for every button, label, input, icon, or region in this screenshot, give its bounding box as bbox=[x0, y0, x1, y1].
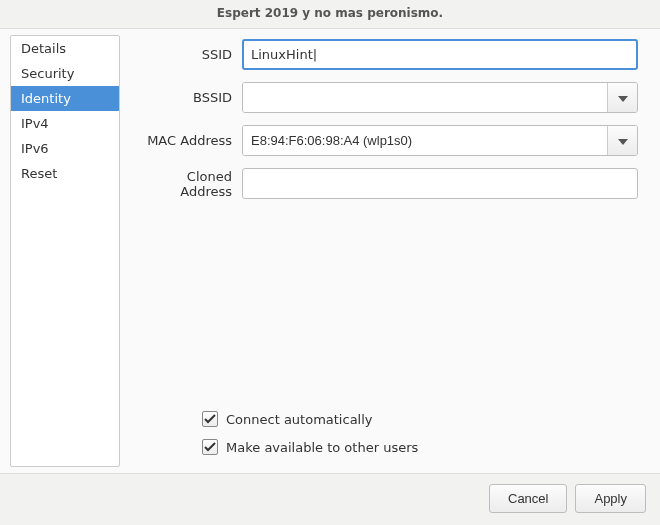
connect-auto-label: Connect automatically bbox=[226, 412, 373, 427]
checkbox-area: Connect automatically Make available to … bbox=[132, 405, 638, 461]
sidebar-item-identity[interactable]: Identity bbox=[11, 86, 119, 111]
cancel-button[interactable]: Cancel bbox=[489, 484, 567, 513]
sidebar-item-details[interactable]: Details bbox=[11, 36, 119, 61]
sidebar: Details Security Identity IPv4 IPv6 Rese… bbox=[10, 35, 120, 467]
sidebar-item-ipv6[interactable]: IPv6 bbox=[11, 136, 119, 161]
main-panel: SSID LinuxHint| BSSID MAC Address bbox=[120, 29, 660, 473]
chevron-down-icon bbox=[618, 133, 628, 148]
form-area: SSID LinuxHint| BSSID MAC Address bbox=[132, 39, 638, 473]
mac-label: MAC Address bbox=[132, 133, 242, 148]
bssid-input[interactable] bbox=[243, 83, 607, 112]
button-bar: Cancel Apply bbox=[0, 473, 660, 525]
mac-dropdown-button[interactable] bbox=[607, 126, 637, 155]
bssid-label: BSSID bbox=[132, 90, 242, 105]
sidebar-item-reset[interactable]: Reset bbox=[11, 161, 119, 186]
sidebar-item-ipv4[interactable]: IPv4 bbox=[11, 111, 119, 136]
ssid-value: LinuxHint bbox=[251, 47, 313, 62]
ssid-label: SSID bbox=[132, 47, 242, 62]
content-area: Details Security Identity IPv4 IPv6 Rese… bbox=[0, 28, 660, 473]
connect-auto-row[interactable]: Connect automatically bbox=[132, 405, 638, 433]
mac-combo[interactable] bbox=[242, 125, 638, 156]
check-icon bbox=[204, 440, 216, 455]
share-users-label: Make available to other users bbox=[226, 440, 418, 455]
connect-auto-checkbox[interactable] bbox=[202, 411, 218, 427]
apply-button[interactable]: Apply bbox=[575, 484, 646, 513]
ssid-row: SSID LinuxHint| bbox=[132, 39, 638, 70]
text-cursor: | bbox=[313, 47, 317, 62]
check-icon bbox=[204, 412, 216, 427]
share-users-checkbox[interactable] bbox=[202, 439, 218, 455]
cloned-input[interactable] bbox=[242, 168, 638, 199]
cloned-row: Cloned Address bbox=[132, 168, 638, 199]
cloned-label: Cloned Address bbox=[132, 169, 242, 199]
ssid-input[interactable]: LinuxHint| bbox=[242, 39, 638, 70]
sidebar-item-security[interactable]: Security bbox=[11, 61, 119, 86]
mac-input[interactable] bbox=[243, 126, 607, 155]
chevron-down-icon bbox=[618, 90, 628, 105]
bssid-row: BSSID bbox=[132, 82, 638, 113]
mac-row: MAC Address bbox=[132, 125, 638, 156]
bssid-dropdown-button[interactable] bbox=[607, 83, 637, 112]
bssid-combo[interactable] bbox=[242, 82, 638, 113]
share-users-row[interactable]: Make available to other users bbox=[132, 433, 638, 461]
window-title: Espert 2019 y no mas peronismo. bbox=[0, 0, 660, 28]
